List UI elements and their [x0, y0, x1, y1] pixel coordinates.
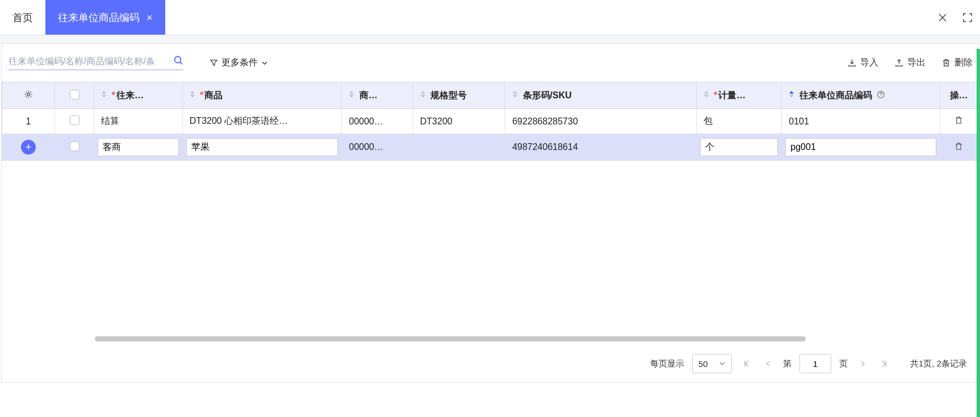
toolbar: 更多条件 导入 导出 删除 [2, 44, 978, 82]
svg-marker-4 [190, 91, 195, 94]
first-page-button[interactable] [740, 357, 753, 370]
product-input[interactable] [186, 138, 338, 156]
column-product-code[interactable]: 商… [342, 82, 413, 109]
scrollbar-thumb[interactable] [95, 336, 806, 341]
column-product-label: 商品 [204, 90, 223, 100]
tab-active[interactable]: 往来单位商品编码 × [45, 0, 165, 35]
partner-input[interactable] [98, 138, 178, 156]
unit-input[interactable] [700, 138, 778, 156]
column-product-code-label: 商… [359, 90, 378, 100]
data-table: *往来… *商品 商… 规格型号 [2, 82, 978, 348]
more-conditions-button[interactable]: 更多条件 [210, 57, 268, 69]
export-button[interactable]: 导出 [894, 57, 925, 69]
gear-icon [23, 91, 33, 101]
sort-icon [101, 90, 107, 101]
svg-point-1 [27, 93, 30, 96]
cell-unit[interactable]: 包 [696, 109, 782, 134]
column-partner-label: 往来… [116, 90, 144, 100]
svg-marker-15 [789, 95, 794, 98]
sort-icon [512, 90, 518, 101]
required-star: * [112, 90, 115, 100]
tab-active-label: 往来单位商品编码 [58, 11, 140, 24]
row-index: 1 [2, 109, 55, 134]
checkbox-all[interactable] [70, 90, 79, 99]
page-prefix-label: 第 [783, 358, 791, 369]
column-unit[interactable]: *计量… [696, 82, 782, 109]
column-partner[interactable]: *往来… [94, 82, 182, 109]
column-operation: 操… [940, 82, 978, 109]
page-size-value: 50 [698, 359, 708, 369]
tab-home-label: 首页 [12, 11, 33, 24]
column-select-all[interactable] [55, 82, 94, 109]
cell-partner-code[interactable]: 0101 [782, 109, 940, 134]
search-icon[interactable] [173, 55, 183, 67]
search-box [7, 55, 183, 70]
svg-marker-9 [421, 95, 425, 98]
main-panel: 更多条件 导入 导出 删除 [1, 43, 979, 383]
more-conditions-label: 更多条件 [221, 57, 258, 69]
row-checkbox[interactable] [70, 141, 79, 151]
search-input[interactable] [7, 56, 173, 67]
svg-marker-13 [704, 95, 709, 98]
column-partner-code[interactable]: 往来单位商品编码 [782, 82, 940, 109]
row-checkbox[interactable] [70, 115, 79, 125]
tab-home[interactable]: 首页 [0, 0, 45, 35]
last-page-button[interactable] [877, 357, 891, 370]
export-label: 导出 [907, 57, 925, 69]
next-page-button[interactable] [856, 357, 869, 370]
column-spec-label: 规格型号 [430, 90, 467, 100]
page-size-select[interactable]: 50 [692, 354, 732, 373]
export-icon [894, 58, 904, 68]
svg-marker-14 [789, 91, 794, 94]
window-close-button[interactable] [930, 0, 955, 35]
column-settings[interactable] [2, 82, 55, 109]
fullscreen-button[interactable] [955, 0, 980, 35]
table-row[interactable]: 1 结算 DT3200 心相印茶语经… 00000… DT3200 692286… [2, 109, 978, 134]
svg-marker-7 [349, 95, 354, 98]
svg-marker-11 [513, 95, 517, 98]
svg-marker-10 [513, 91, 517, 94]
trash-icon [941, 58, 951, 68]
import-button[interactable]: 导入 [847, 57, 878, 69]
svg-marker-3 [102, 95, 106, 98]
cell-spec [413, 134, 505, 161]
import-label: 导入 [860, 57, 878, 69]
import-icon [847, 58, 857, 68]
sort-icon [789, 90, 794, 101]
sort-icon [190, 90, 195, 101]
row-delete-button[interactable] [954, 141, 964, 151]
row-delete-button[interactable] [954, 115, 964, 125]
filter-icon [210, 59, 218, 67]
table-row[interactable]: + 00000… 4987240618614 [2, 134, 978, 161]
svg-marker-2 [102, 91, 106, 94]
help-icon[interactable] [877, 90, 885, 101]
sort-icon [703, 90, 709, 101]
column-spec[interactable]: 规格型号 [413, 82, 505, 109]
horizontal-scrollbar[interactable] [2, 335, 978, 343]
partner-code-input[interactable] [785, 138, 936, 156]
required-star: * [200, 90, 203, 100]
svg-marker-12 [704, 91, 709, 94]
column-partner-code-label: 往来单位商品编码 [799, 90, 872, 100]
cell-product-code: 00000… [342, 109, 413, 134]
close-icon[interactable]: × [146, 12, 153, 23]
cell-product[interactable]: DT3200 心相印茶语经… [182, 109, 342, 134]
column-product[interactable]: *商品 [182, 82, 342, 109]
chevron-down-icon [261, 60, 268, 66]
cell-barcode: 6922868285730 [505, 109, 696, 134]
right-edge-accent [977, 49, 980, 383]
add-row-button[interactable]: + [21, 140, 36, 155]
cell-barcode: 4987240618614 [505, 134, 696, 161]
cell-product-code: 00000… [342, 134, 413, 161]
cell-partner[interactable]: 结算 [94, 109, 182, 134]
column-barcode[interactable]: 条形码/SKU [505, 82, 696, 109]
delete-button[interactable]: 删除 [941, 57, 973, 69]
prev-page-button[interactable] [761, 357, 775, 370]
svg-marker-8 [421, 91, 425, 94]
svg-marker-6 [349, 91, 354, 94]
page-suffix-label: 页 [839, 358, 848, 369]
cell-spec: DT3200 [413, 109, 505, 134]
delete-label: 删除 [954, 57, 973, 69]
page-input[interactable] [799, 354, 831, 373]
required-star: * [714, 90, 717, 100]
